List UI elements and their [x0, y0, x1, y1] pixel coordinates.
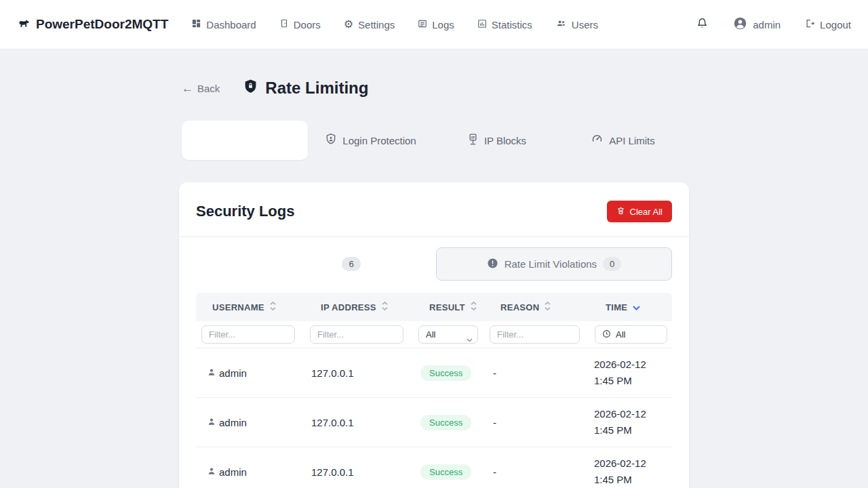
tab-api-limits[interactable]: API Limits: [560, 121, 686, 160]
cell-time: 1:45 PM: [594, 472, 632, 487]
card-header: Security Logs Clear All: [179, 182, 689, 237]
nav-label: Settings: [358, 19, 395, 30]
result-filter-select[interactable]: [418, 325, 478, 344]
reason-filter-input[interactable]: [490, 325, 580, 344]
cell-reason: -: [484, 417, 589, 428]
tab-login-protection[interactable]: Login Protection: [308, 121, 434, 160]
shield-user-icon: [326, 133, 336, 148]
cell-reason: -: [484, 367, 589, 379]
security-logs-card: Security Logs Clear All 6 Rate Limit Vio…: [179, 182, 689, 488]
violations-count-badge: 0: [603, 257, 621, 271]
page-content: ← Back Rate Limiting Login Protection IP…: [179, 49, 689, 488]
sort-icon: [270, 302, 276, 312]
page-header: ← Back Rate Limiting: [179, 49, 689, 98]
time-filter-value: All: [616, 329, 625, 340]
tab-rate-limit-violations[interactable]: Rate Limit Violations 0: [436, 247, 672, 281]
tab-ip-blocks[interactable]: IP IP Blocks: [434, 121, 560, 160]
trash-icon: [616, 206, 625, 217]
card-title: Security Logs: [196, 203, 294, 220]
ip-filter-input[interactable]: [310, 325, 403, 344]
table-row[interactable]: admin 127.0.0.1 Success - 2026-02-12 1:4…: [196, 447, 672, 488]
nav-item-statistics[interactable]: Statistics: [477, 19, 532, 30]
door-icon: [279, 18, 289, 30]
brand-title: PowerPetDoor2MQTT: [36, 17, 168, 32]
security-logs-table: USERNAME IP ADDRESS RESULT: [196, 293, 672, 488]
nav-label: Dashboard: [206, 19, 256, 30]
cell-ip: 127.0.0.1: [304, 367, 413, 379]
avatar-icon: [733, 16, 747, 33]
column-header-ip-address[interactable]: IP ADDRESS: [304, 302, 413, 312]
table-filter-row: All: [196, 321, 672, 348]
back-label: Back: [197, 83, 220, 94]
username-filter-input[interactable]: [201, 325, 295, 344]
nav-item-doors[interactable]: Doors: [279, 18, 321, 30]
nav-item-logs[interactable]: Logs: [418, 19, 454, 30]
cell-time: 1:45 PM: [594, 373, 632, 388]
log-tabs: 6 Rate Limit Violations 0: [179, 237, 689, 281]
user-name: admin: [753, 19, 781, 30]
gear-icon: ⚙: [344, 19, 353, 30]
cell-ip: 127.0.0.1: [304, 417, 413, 428]
column-header-username[interactable]: USERNAME: [196, 302, 304, 312]
logs-icon: [418, 19, 427, 30]
user-menu[interactable]: admin: [733, 16, 781, 33]
column-header-result[interactable]: RESULT: [413, 302, 484, 312]
tab-active[interactable]: [182, 121, 308, 160]
svg-text:IP: IP: [471, 136, 475, 140]
logout-icon: [805, 18, 815, 30]
result-badge: Success: [420, 415, 471, 430]
person-icon: [207, 466, 216, 478]
result-filter-value[interactable]: [418, 325, 478, 344]
alert-circle-icon: [487, 258, 498, 271]
nav-item-dashboard[interactable]: Dashboard: [191, 18, 256, 30]
violations-label: Rate Limit Violations: [505, 258, 597, 270]
rate-limit-tabs: Login Protection IP IP Blocks API Limits: [182, 121, 686, 160]
sort-icon: [545, 302, 551, 312]
table-header-row: USERNAME IP ADDRESS RESULT: [196, 293, 672, 321]
top-navbar: PowerPetDoor2MQTT Dashboard Doors ⚙ Sett…: [0, 0, 868, 49]
person-icon: [207, 367, 216, 379]
brand: PowerPetDoor2MQTT: [17, 16, 168, 33]
clear-all-label: Clear All: [630, 207, 663, 217]
dog-icon: [17, 16, 30, 33]
cell-username: admin: [219, 466, 247, 478]
tab-label: Login Protection: [342, 135, 416, 146]
table-row[interactable]: admin 127.0.0.1 Success - 2026-02-12 1:4…: [196, 348, 672, 398]
cell-time: 1:45 PM: [594, 423, 632, 438]
column-header-reason[interactable]: REASON: [484, 302, 589, 312]
time-filter-button[interactable]: All: [595, 325, 667, 344]
sort-desc-icon: [633, 302, 640, 312]
back-arrow-icon: ←: [182, 83, 193, 94]
clock-icon: [602, 329, 611, 340]
dashboard-icon: [191, 18, 201, 30]
cell-username: admin: [219, 367, 247, 379]
nav-label: Users: [572, 19, 598, 30]
tab-login-attempts[interactable]: 6: [196, 247, 431, 281]
back-button[interactable]: ← Back: [182, 83, 220, 94]
logout-button[interactable]: Logout: [805, 18, 851, 30]
cell-date: 2026-02-12: [594, 357, 646, 372]
gauge-icon: [591, 134, 603, 147]
shield-lock-icon: [243, 79, 258, 98]
nav-item-users[interactable]: Users: [555, 18, 598, 30]
nav-label: Statistics: [492, 19, 532, 30]
nav-right: admin Logout: [696, 16, 851, 33]
nav-item-settings[interactable]: ⚙ Settings: [344, 19, 395, 30]
column-header-time[interactable]: TIME: [589, 302, 672, 312]
ip-monitor-icon: IP: [468, 133, 478, 148]
clear-all-button[interactable]: Clear All: [607, 201, 672, 222]
table-row[interactable]: admin 127.0.0.1 Success - 2026-02-12 1:4…: [196, 398, 672, 447]
cell-ip: 127.0.0.1: [304, 466, 413, 478]
users-icon: [555, 18, 567, 30]
logout-label: Logout: [820, 19, 851, 30]
bell-icon[interactable]: [696, 16, 709, 33]
statistics-icon: [477, 19, 487, 30]
result-badge: Success: [420, 365, 471, 381]
cell-reason: -: [484, 466, 589, 478]
nav-label: Doors: [294, 19, 321, 30]
nav-links: Dashboard Doors ⚙ Settings Logs Statisti…: [191, 18, 598, 30]
login-attempts-count-badge: 6: [342, 257, 360, 271]
result-badge: Success: [420, 464, 471, 480]
person-icon: [207, 417, 216, 428]
nav-label: Logs: [432, 19, 454, 30]
